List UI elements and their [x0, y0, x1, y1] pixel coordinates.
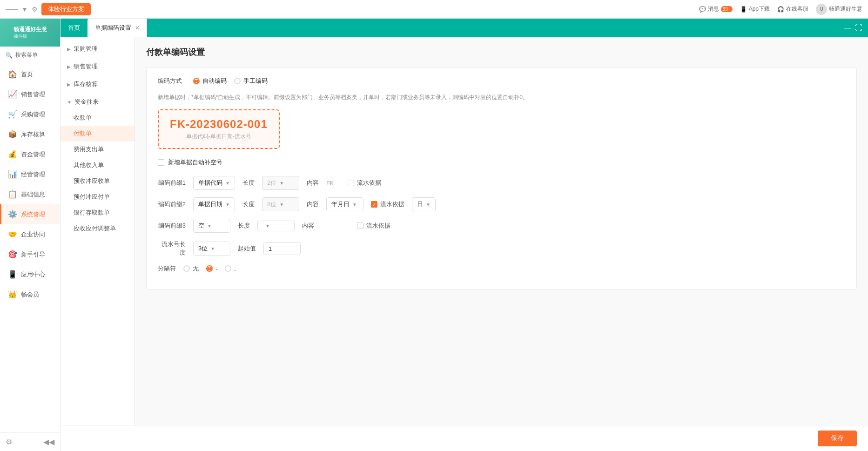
- sidebar-item-home[interactable]: 🏠 首页: [0, 64, 60, 84]
- prefix3-row: 编码前缀3 空 ▼ 长度 ▼ 内容: [158, 219, 845, 233]
- start-value-input[interactable]: [263, 242, 301, 255]
- code-method-radio-group: 自动编码 手工编码: [193, 77, 268, 85]
- serial-length-arrow-icon: ▼: [210, 246, 215, 251]
- sub-item-other-income[interactable]: 其他收入单: [61, 157, 135, 173]
- auto-code-radio-dot[interactable]: [193, 78, 200, 84]
- sub-sidebar: ▶ 采购管理 ▶ 销售管理 ▶ 库存核算: [61, 37, 135, 425]
- prefix3-length-select[interactable]: ▼: [257, 221, 295, 231]
- main-content: 付款单编码设置 编码方式 自动编码: [135, 37, 868, 425]
- sidebar-item-member[interactable]: 👑 畅会员: [0, 284, 60, 304]
- sub-group-capital-title[interactable]: ▼ 资金往来: [61, 94, 135, 110]
- sub-item-prepay-ar[interactable]: 预收冲应收单: [61, 173, 135, 189]
- prefix2-length-arrow-icon: ▼: [279, 202, 284, 207]
- separator-none-radio[interactable]: 无: [183, 264, 199, 273]
- prefix2-content-select[interactable]: 年月日 ▼: [326, 197, 363, 211]
- prefix1-serial-checkbox[interactable]: 流水依据: [348, 179, 381, 187]
- tab-serial-code[interactable]: 单据编码设置 ✕: [87, 19, 147, 37]
- nav-items: 🏠 首页 📈 销售管理 🛒 采购管理 📦 库存核算 💰 资金管理 📊 经: [0, 64, 60, 304]
- online-service-item[interactable]: 🎧 在线客服: [777, 5, 808, 13]
- sub-item-payment[interactable]: 付款单: [61, 126, 135, 141]
- sub-item-prepay-ap[interactable]: 预付冲应付单: [61, 189, 135, 205]
- manual-code-radio[interactable]: 手工编码: [234, 77, 268, 85]
- prefix3-serial-check[interactable]: [357, 222, 363, 229]
- tab-bar-right: — ⛶: [844, 24, 868, 32]
- sidebar-item-purchase[interactable]: 🛒 采购管理: [0, 104, 60, 124]
- prefix2-select[interactable]: 单据日期 ▼: [193, 197, 235, 211]
- sidebar-item-apps[interactable]: 📱 应用中心: [0, 264, 60, 284]
- logo-title: 畅通通好生意: [13, 26, 47, 34]
- left-sidebar: 畅通通好生意 插件版 🔍 搜索菜单 🏠 首页 📈 销售管理 🛒 采购管理 📦: [0, 19, 61, 451]
- settings-bottom-icon[interactable]: ⚙: [6, 438, 12, 446]
- sub-item-ar-ap-adjust[interactable]: 应收应付调整单: [61, 221, 135, 236]
- dropdown-arrow-icon[interactable]: ▼: [21, 6, 28, 13]
- prefix3-serial-checkbox[interactable]: 流水依据: [357, 222, 390, 230]
- prefix3-length-label: 长度: [238, 222, 250, 230]
- content-area: ▶ 采购管理 ▶ 销售管理 ▶ 库存核算: [61, 37, 868, 425]
- tab-close-icon[interactable]: ✕: [135, 25, 140, 31]
- sub-group-inventory: ▶ 库存核算: [61, 76, 135, 92]
- code-method-label: 编码方式: [158, 77, 182, 85]
- prefix2-serial-unit-select[interactable]: 日 ▼: [412, 197, 436, 211]
- sub-group-capital: ▼ 资金往来 收款单 付款单 费用支出单 其他收入单 预收冲应收单 预付冲应付单…: [61, 94, 135, 236]
- separator-dot2-radio[interactable]: .: [225, 265, 236, 272]
- prefix2-serial-check[interactable]: ✓: [371, 201, 377, 208]
- sub-group-inventory-title[interactable]: ▶ 库存核算: [61, 76, 135, 92]
- purchase-arrow-icon: ▶: [67, 47, 71, 52]
- settings-icon[interactable]: ⚙: [32, 6, 38, 13]
- manual-code-radio-dot[interactable]: [234, 78, 241, 84]
- prefix1-label: 编码前缀1: [158, 179, 186, 187]
- separator-label: 分隔符: [158, 264, 176, 273]
- headset-icon: 🎧: [777, 6, 784, 13]
- prefix1-serial-check[interactable]: [348, 180, 354, 186]
- search-menu-button[interactable]: 🔍 搜索菜单: [0, 47, 60, 64]
- trial-button[interactable]: 体验行业方案: [41, 3, 91, 15]
- tab-minimize-icon[interactable]: —: [844, 24, 851, 32]
- prefix1-length-select[interactable]: 2位 ▼: [262, 176, 299, 190]
- auto-code-radio[interactable]: 自动编码: [193, 77, 227, 85]
- collapse-icon[interactable]: ◀◀: [43, 438, 54, 446]
- hint-text: 新增单据时，*单据编码*自动生成，不可编辑。前缀设置为部门、业务员等档案类，开单…: [158, 93, 845, 102]
- sub-item-expense[interactable]: 费用支出单: [61, 141, 135, 157]
- prefix1-arrow-icon: ▼: [225, 181, 230, 186]
- app-download-item[interactable]: 📱 App下载: [740, 5, 770, 13]
- prefix2-length-select[interactable]: 8位 ▼: [262, 197, 299, 211]
- message-item[interactable]: 💬 消息 99+: [699, 5, 733, 13]
- sub-item-receipt[interactable]: 收款单: [61, 110, 135, 126]
- sidebar-item-basic[interactable]: 📋 基础信息: [0, 184, 60, 204]
- sidebar-item-enterprise[interactable]: 🤝 企业协同: [0, 224, 60, 244]
- sub-group-sales-title[interactable]: ▶ 销售管理: [61, 59, 135, 74]
- sidebar-item-finance[interactable]: 💰 资金管理: [0, 144, 60, 164]
- separator-none-dot[interactable]: [183, 265, 190, 272]
- start-value-label: 起始值: [238, 244, 256, 253]
- save-button[interactable]: 保存: [818, 431, 857, 446]
- sidebar-item-operation[interactable]: 📊 经营管理: [0, 164, 60, 184]
- serial-length-select[interactable]: 3位 ▼: [193, 242, 230, 256]
- app-icon: 📱: [740, 6, 747, 13]
- sidebar-item-inventory[interactable]: 📦 库存核算: [0, 124, 60, 144]
- sub-item-bank[interactable]: 银行存取款单: [61, 205, 135, 221]
- prefix1-content-value: FK: [326, 180, 340, 187]
- prefix2-content-arrow-icon: ▼: [352, 202, 357, 207]
- sidebar-item-guide[interactable]: 🎯 新手引导: [0, 244, 60, 264]
- separator-dot1-dot[interactable]: [206, 265, 213, 272]
- tab-maximize-icon[interactable]: ⛶: [855, 24, 862, 32]
- separator-row: 分隔符 无 - .: [158, 264, 845, 273]
- sidebar-item-system[interactable]: ⚙️ 系统管理: [0, 204, 60, 224]
- sidebar-item-sales[interactable]: 📈 销售管理: [0, 84, 60, 104]
- prefix1-content-label: 内容: [307, 179, 319, 187]
- prefix1-select[interactable]: 单据代码 ▼: [193, 176, 235, 190]
- tab-home[interactable]: 首页: [61, 19, 87, 37]
- separator-dot1-radio[interactable]: -: [206, 265, 217, 272]
- separator-dot2-dot[interactable]: [225, 265, 231, 272]
- prefix2-serial-unit-arrow-icon: ▼: [426, 202, 431, 207]
- prefix2-arrow-icon: ▼: [225, 202, 230, 207]
- sales-icon: 📈: [8, 90, 17, 99]
- user-menu[interactable]: U 畅通通好生意: [816, 4, 862, 15]
- prefix3-select[interactable]: 空 ▼: [193, 219, 230, 233]
- sub-group-purchase-title[interactable]: ▶ 采购管理: [61, 41, 135, 57]
- auto-fill-checkbox[interactable]: [158, 159, 164, 166]
- prefix2-serial-checkbox[interactable]: ✓ 流水依据: [371, 200, 404, 209]
- auto-fill-row: 新增单据自动补空号: [158, 158, 845, 167]
- serial-length-row: 流水号长度 3位 ▼ 起始值: [158, 240, 845, 257]
- serial-length-label: 流水号长度: [158, 240, 186, 257]
